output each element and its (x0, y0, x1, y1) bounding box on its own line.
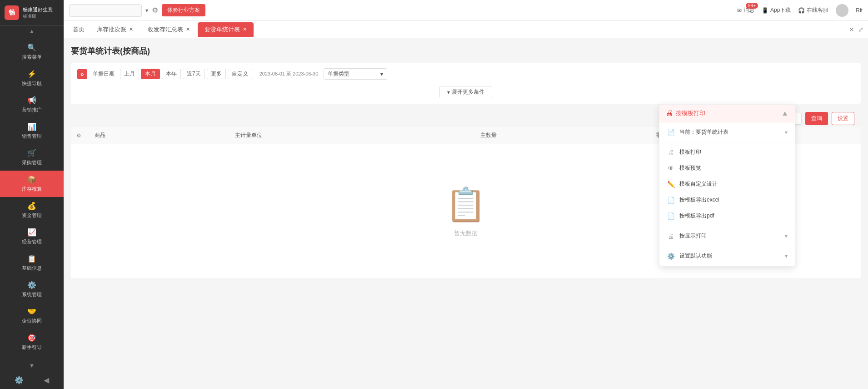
dropdown-header: 🖨 按模板打印 ▲ (659, 105, 795, 122)
type-filter-select[interactable]: 单据类型 ▾ (324, 68, 387, 80)
table-col-product: 商品 (89, 127, 229, 144)
sidebar-item-basic[interactable]: 📋 基础信息 (0, 250, 64, 276)
dropdown-current-section: 📄 当前：要货单统计表 ▾ (659, 122, 795, 142)
sidebar-item-purchase[interactable]: 🛒 采购管理 (0, 144, 64, 171)
date-btn-custom[interactable]: 自定义 (228, 69, 252, 79)
dropdown-item-display-print[interactable]: 🖨 按显示打印 ▾ (659, 228, 795, 244)
search-input[interactable] (69, 4, 142, 17)
settings-btn[interactable]: 设置 (832, 112, 854, 125)
col-settings-icon[interactable]: ⚙ (76, 132, 81, 139)
dropdown-item-template-design[interactable]: ✏️ 模板自定义设计 (659, 176, 795, 192)
sidebar-item-quick-nav[interactable]: ⚡ 快捷导航 (0, 65, 64, 91)
dropdown-item-export-pdf[interactable]: 📄 按模板导出pdf (659, 208, 795, 224)
page-content: 要货单统计表(按商品) » 单据日期 上月 本月 本年 近7天 更多 自定义 2… (64, 38, 868, 389)
query-btn[interactable]: 查询 (805, 112, 828, 125)
sidebar-item-inventory[interactable]: 📦 库存核算 (0, 171, 64, 197)
current-expand-icon: ▾ (785, 129, 788, 136)
empty-illustration: 📋 (445, 185, 486, 224)
tab-bar: 首页 库存批次账 ✕ 收发存汇总表 ✕ 要货单统计表 ✕ ✕ ⤢ (64, 21, 868, 38)
dropdown-close-btn[interactable]: ▲ (781, 109, 788, 117)
table-col-quantity: 主数量 (475, 127, 650, 144)
tab-order-stats[interactable]: 要货单统计表 ✕ (198, 22, 254, 37)
date-btn-last-month[interactable]: 上月 (120, 69, 139, 79)
tab-close-icon[interactable]: ✕ (129, 26, 133, 32)
sidebar-item-guide[interactable]: 🎯 新手引导 (0, 329, 64, 355)
sidebar-item-apps[interactable]: 🔲 应用中心 (0, 355, 64, 360)
sidebar-item-operations[interactable]: 📈 经营管理 (0, 223, 64, 250)
sidebar-footer: ⚙️ ◀ (0, 371, 64, 389)
sidebar-nav: 🔍 搜索菜单 ⚡ 快捷导航 📢 营销推广 📊 销售管理 🛒 采购管理 📦 库存核… (0, 36, 64, 360)
expand-more-btn[interactable]: ▾ 展开更多条件 (439, 86, 492, 98)
date-btn-this-year[interactable]: 本年 (162, 69, 181, 79)
date-range-text: 2023-06-01 至 2023-06-30 (259, 71, 319, 77)
date-btn-7days[interactable]: 近7天 (183, 69, 205, 79)
avatar[interactable] (836, 4, 848, 17)
tab-close-icon[interactable]: ✕ (186, 26, 190, 32)
service-icon: 🎧 (798, 7, 805, 14)
dropdown-item-template-preview[interactable]: 👁 模板预览 (659, 160, 795, 176)
sidebar-logo: 畅 畅康通好生意 标准版 (0, 0, 64, 26)
topbar: ▾ ⚙ 体验行业方案 ✉ 消息 99+ 📱 App下载 🎧 在线客服 Rit (64, 0, 868, 21)
operations-icon: 📈 (27, 228, 36, 237)
dropdown-print-section: 🖨 模板打印 👁 模板预览 ✏️ 模板自定义设计 📄 按模板导出excel 📄 (659, 142, 795, 226)
message-btn[interactable]: ✉ 消息 99+ (737, 6, 754, 14)
export-excel-icon: 📄 (667, 197, 675, 204)
guide-icon: 🎯 (27, 333, 36, 342)
finance-icon: 💰 (27, 202, 36, 210)
message-badge: 99+ (746, 3, 758, 9)
app-logo-text: 畅康通好生意 标准版 (23, 6, 53, 19)
tab-close-icon[interactable]: ✕ (243, 26, 247, 32)
settings-footer-icon[interactable]: ⚙️ (15, 376, 24, 384)
sidebar-item-sales[interactable]: 📊 销售管理 (0, 118, 64, 144)
download-icon: 📱 (762, 7, 768, 14)
set-default-icon: ⚙️ (667, 253, 675, 260)
dropdown-title: 🖨 按模板打印 (666, 109, 705, 117)
sidebar-item-marketing[interactable]: 📢 营销推广 (0, 91, 64, 118)
dropdown-item-set-default[interactable]: ⚙️ 设置默认功能 ▾ (659, 248, 795, 264)
table-col-unit: 主计量单位 (229, 127, 475, 144)
display-print-icon: 🖨 (667, 232, 675, 240)
search-icon: 🔍 (27, 43, 36, 52)
sidebar-item-enterprise[interactable]: 🤝 企业协同 (0, 303, 64, 329)
topbar-dropdown[interactable]: ▾ (145, 7, 148, 14)
print-dropdown-menu: 🖨 按模板打印 ▲ 📄 当前：要货单统计表 ▾ 🖨 模板打印 👁 (659, 104, 795, 267)
inventory-icon: 📦 (27, 175, 36, 184)
scroll-up-btn[interactable]: ▲ (0, 26, 64, 36)
maximize-window-btn[interactable]: ⤢ (858, 26, 863, 33)
scroll-down-btn[interactable]: ▼ (0, 360, 64, 371)
current-item-icon: 📄 (667, 129, 675, 136)
export-pdf-icon: 📄 (667, 212, 675, 220)
online-service-btn[interactable]: 🎧 在线客服 (798, 6, 828, 14)
tab-home[interactable]: 首页 (68, 23, 89, 36)
sidebar-item-search[interactable]: 🔍 搜索菜单 (0, 39, 64, 65)
display-print-expand-icon: ▾ (785, 233, 788, 239)
close-window-btn[interactable]: ✕ (849, 26, 854, 33)
app-download-btn[interactable]: 📱 App下载 (762, 6, 791, 14)
dropdown-current-item[interactable]: 📄 当前：要货单统计表 ▾ (659, 124, 795, 140)
username-label: Rit (856, 7, 863, 14)
filter-expand-btn[interactable]: » (77, 69, 87, 79)
set-default-expand-icon: ▾ (785, 253, 788, 259)
sidebar-item-finance[interactable]: 💰 资金管理 (0, 197, 64, 223)
template-print-icon: 🖨 (667, 149, 675, 156)
topbar-right: ✉ 消息 99+ 📱 App下载 🎧 在线客服 Rit (737, 4, 863, 17)
dropdown-item-template-print[interactable]: 🖨 模板打印 (659, 144, 795, 160)
tab-receipt-summary[interactable]: 收发存汇总表 ✕ (141, 22, 197, 37)
app-logo-icon: 畅 (5, 5, 19, 20)
sidebar-item-system[interactable]: ⚙️ 系统管理 (0, 276, 64, 303)
dropdown-item-export-excel[interactable]: 📄 按模板导出excel (659, 192, 795, 208)
industry-solution-button[interactable]: 体验行业方案 (162, 4, 205, 16)
marketing-icon: 📢 (27, 96, 36, 105)
purchase-icon: 🛒 (27, 149, 36, 157)
basic-icon: 📋 (27, 254, 36, 263)
collapse-icon[interactable]: ◀ (44, 376, 49, 384)
date-btn-this-month[interactable]: 本月 (141, 69, 160, 79)
date-btn-more[interactable]: 更多 (207, 69, 226, 79)
gear-icon[interactable]: ⚙ (152, 6, 158, 15)
template-preview-icon: 👁 (667, 165, 675, 172)
template-design-icon: ✏️ (667, 181, 675, 188)
tab-inventory-batch[interactable]: 库存批次账 ✕ (90, 22, 140, 37)
main-content: ▾ ⚙ 体验行业方案 ✉ 消息 99+ 📱 App下载 🎧 在线客服 Rit 首… (64, 0, 868, 389)
window-controls: ✕ ⤢ (849, 26, 863, 33)
select-arrow-icon: ▾ (380, 71, 383, 77)
